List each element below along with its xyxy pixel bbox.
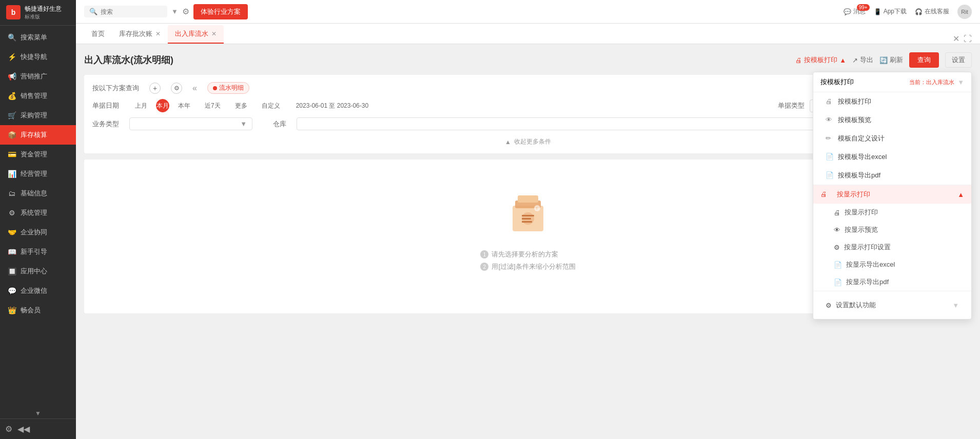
sidebar-item-quicknav[interactable]: ⚡ 快捷导航 <box>0 47 76 67</box>
settings-btn[interactable]: 设置 <box>945 52 972 68</box>
template-export-pdf-item[interactable]: 📄 按模板导出pdf <box>813 166 971 185</box>
sidebar-item-collab[interactable]: 🤝 企业协同 <box>0 223 76 242</box>
collab-icon: 🤝 <box>7 228 16 236</box>
preview-icon: 👁 <box>834 226 840 234</box>
template-print-btn[interactable]: 🖨 按模板打印 ▲ <box>795 55 846 65</box>
sidebar-item-wechat[interactable]: 💬 企业微信 <box>0 281 76 301</box>
sidebar-item-label: 库存核算 <box>21 130 47 139</box>
dropdown-arrow[interactable]: ▼ <box>171 8 178 15</box>
tab-warehouse-flow-close[interactable]: ✕ <box>211 30 217 37</box>
sidebar-item-vip[interactable]: 👑 畅会员 <box>0 301 76 320</box>
search-scheme-label: 按以下方案查询 <box>92 84 139 93</box>
default-icon: ⚙ <box>826 302 832 309</box>
filter-collapse-icon[interactable]: « <box>192 84 197 93</box>
sidebar-item-system[interactable]: ⚙ 系统管理 <box>0 203 76 223</box>
window-controls: ✕ ⛶ <box>953 34 972 44</box>
step2-text: 用[过滤]条件来缩小分析范围 <box>492 262 575 271</box>
sidebar-item-inventory[interactable]: 📦 库存核算 <box>0 125 76 145</box>
window-maximize-btn[interactable]: ⛶ <box>964 34 972 44</box>
business-type-select[interactable]: ▼ <box>129 117 252 130</box>
tab-inventory-batch[interactable]: 库存批次账 ✕ <box>112 25 168 44</box>
sidebar-item-label: 销售管理 <box>21 91 47 101</box>
filter-selected-tag[interactable]: 流水明细 <box>207 82 249 94</box>
message-btn[interactable]: 💬 消息 99+ <box>844 7 866 16</box>
window-close-btn[interactable]: ✕ <box>953 34 959 44</box>
template-print-item[interactable]: 🖨 按模板打印 <box>813 92 971 111</box>
export-btn[interactable]: ↗ 导出 <box>852 55 873 65</box>
sidebar-item-label: 基础信息 <box>21 189 47 198</box>
tab-home-label: 首页 <box>91 29 105 38</box>
display-export-excel-item[interactable]: 📄 按显示导出excel <box>813 256 971 273</box>
query-btn[interactable]: 查询 <box>909 52 939 68</box>
tab-warehouse-flow[interactable]: 出入库流水 ✕ <box>168 25 224 44</box>
sidebar-scroll-down[interactable]: ▼ <box>0 408 76 418</box>
svg-rect-4 <box>522 215 534 216</box>
sales-icon: 💰 <box>7 92 16 100</box>
marketing-icon: 📢 <box>7 72 16 81</box>
design-icon: ✏ <box>826 134 834 143</box>
export-icon: ↗ <box>852 56 858 64</box>
sidebar-item-finance[interactable]: 💳 资金管理 <box>0 145 76 164</box>
guide-icon: 📖 <box>7 248 16 256</box>
dropdown-footer: ⚙ 设置默认功能 ▼ <box>813 291 971 319</box>
online-service-label: 在线客服 <box>925 7 949 16</box>
settings-icon: ⚙ <box>834 244 840 251</box>
tab-home[interactable]: 首页 <box>84 25 112 44</box>
topbar-right: 💬 消息 99+ 📱 App下载 🎧 在线客服 Rit <box>844 5 972 19</box>
user-avatar[interactable]: Rit <box>957 5 972 19</box>
date-custom[interactable]: 自定义 <box>256 99 286 112</box>
settings-footer-icon[interactable]: ⚙ <box>5 424 12 434</box>
sidebar-header: b 畅捷通好生意 标准版 <box>0 0 76 26</box>
refresh-btn[interactable]: 🔄 刷新 <box>879 55 903 65</box>
sidebar-item-business[interactable]: 📊 经营管理 <box>0 164 76 184</box>
svg-text:!: ! <box>536 206 537 211</box>
search-icon: 🔍 <box>7 33 16 42</box>
sidebar-item-guide[interactable]: 📖 新手引导 <box>0 242 76 262</box>
collapse-sidebar-icon[interactable]: ◀◀ <box>17 424 30 434</box>
search-input[interactable] <box>101 8 162 15</box>
chevron-up-icon: ▲ <box>839 56 846 64</box>
display-print-item[interactable]: 🖨 按显示打印 <box>813 204 971 221</box>
template-preview-item[interactable]: 👁 按模板预览 <box>813 111 971 129</box>
tabs-bar: 首页 库存批次账 ✕ 出入库流水 ✕ ✕ ⛶ <box>76 24 980 44</box>
date-last-month[interactable]: 上月 <box>129 99 153 112</box>
display-print-group-header[interactable]: 🖨 按显示打印 ▲ <box>813 185 971 204</box>
date-more[interactable]: 更多 <box>229 99 253 112</box>
template-export-excel-item[interactable]: 📄 按模板导出excel <box>813 148 971 166</box>
printer-icon: 🖨 <box>795 56 802 64</box>
online-service-btn[interactable]: 🎧 在线客服 <box>915 7 949 16</box>
display-export-pdf-item[interactable]: 📄 按显示导出pdf <box>813 273 971 291</box>
business-icon: 📊 <box>7 170 16 178</box>
sidebar-item-label: 营销推广 <box>21 72 47 81</box>
sidebar-item-sales[interactable]: 💰 销售管理 <box>0 86 76 106</box>
template-design-item[interactable]: ✏ 模板自定义设计 <box>813 129 971 148</box>
sidebar-item-label: 快捷导航 <box>21 52 47 62</box>
page-content: 出入库流水(流水明细) 🖨 按模板打印 ▲ ↗ 导出 🔄 刷新 <box>76 44 980 439</box>
search-box[interactable]: 🔍 <box>84 6 167 17</box>
sidebar-item-apps[interactable]: 🔲 应用中心 <box>0 262 76 281</box>
date-this-year[interactable]: 本年 <box>172 99 196 112</box>
type-label: 单据类型 <box>778 101 805 110</box>
filter-add-btn[interactable]: + <box>149 83 161 94</box>
excel-icon: 📄 <box>826 153 834 161</box>
sidebar-item-marketing[interactable]: 📢 营销推广 <box>0 67 76 86</box>
date-7days[interactable]: 近7天 <box>199 99 226 112</box>
sidebar-item-label: 资金管理 <box>21 150 47 159</box>
sidebar-item-basic[interactable]: 🗂 基础信息 <box>0 184 76 203</box>
sidebar-item-search[interactable]: 🔍 搜索菜单 <box>0 28 76 47</box>
display-preview-item[interactable]: 👁 按显示预览 <box>813 221 971 238</box>
display-print-settings-item[interactable]: ⚙ 按显示打印设置 <box>813 238 971 256</box>
industry-btn[interactable]: 体验行业方案 <box>193 4 248 19</box>
date-this-month[interactable]: 本月 <box>156 99 169 112</box>
business-type-label: 业务类型 <box>92 119 119 129</box>
step1-text: 请先选择要分析的方案 <box>492 250 558 259</box>
page-actions: 🖨 按模板打印 ▲ ↗ 导出 🔄 刷新 按 <box>795 52 972 68</box>
filter-settings-btn[interactable]: ⚙ <box>171 83 182 94</box>
tab-inventory-batch-close[interactable]: ✕ <box>155 30 161 37</box>
set-default-item[interactable]: ⚙ 设置默认功能 ▼ <box>820 296 964 314</box>
printer-icon: 🖨 <box>834 209 840 216</box>
dropdown-header: 按模板打印 当前：出入库流水 ▼ <box>813 72 971 92</box>
gear-icon[interactable]: ⚙ <box>182 7 189 16</box>
sidebar-item-purchase[interactable]: 🛒 采购管理 <box>0 106 76 125</box>
app-download-btn[interactable]: 📱 App下载 <box>874 7 907 16</box>
